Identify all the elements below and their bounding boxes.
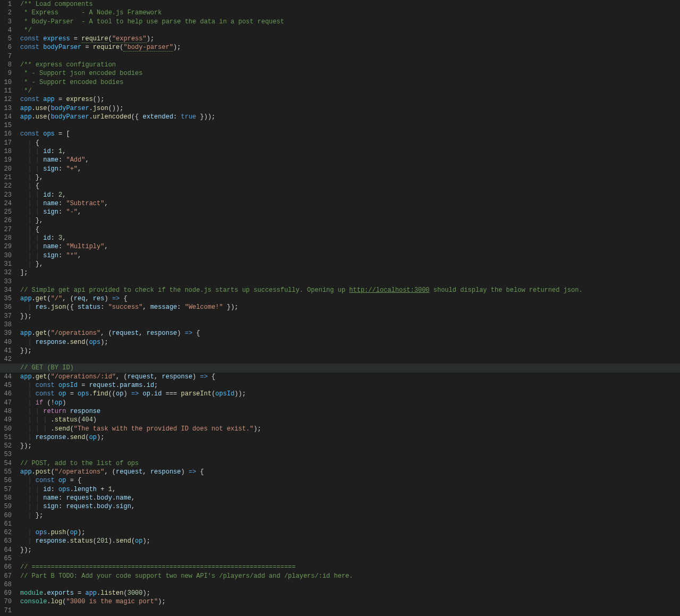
line-number: 54 <box>0 459 12 468</box>
code-line[interactable] <box>20 554 680 563</box>
code-line[interactable] <box>20 580 680 589</box>
code-line[interactable]: /** Load components <box>20 0 680 9</box>
code-line[interactable]: | | sign: "-", <box>20 208 680 216</box>
code-line[interactable]: | res.json({ status: "success", message:… <box>20 303 680 311</box>
line-number: 30 <box>0 251 12 260</box>
code-line[interactable]: app.use(bodyParser.urlencoded({ extended… <box>20 113 680 121</box>
code-line[interactable]: | { <box>20 182 680 190</box>
code-line[interactable]: | | sign: "*", <box>20 251 680 260</box>
code-line[interactable]: | | sign: request.body.sign, <box>20 502 680 511</box>
line-number: 36 <box>0 303 12 311</box>
line-number: 47 <box>0 399 12 407</box>
line-number: 8 <box>0 61 12 69</box>
code-line[interactable]: | }, <box>20 260 680 268</box>
code-line[interactable]: | const op = { <box>20 476 680 485</box>
code-line[interactable]: | response.send(ops); <box>20 338 680 347</box>
code-line[interactable]: | if (!op) <box>20 399 680 407</box>
code-line[interactable]: | const opsId = request.params.id; <box>20 381 680 390</box>
code-line[interactable]: | response.send(op); <box>20 433 680 442</box>
code-line[interactable]: module.exports = app.listen(3000); <box>20 589 680 597</box>
code-line[interactable]: // Simple get api provided to check if t… <box>20 286 680 294</box>
code-line[interactable]: | | | .status(404) <box>20 416 680 424</box>
line-number: 68 <box>0 580 12 589</box>
code-line[interactable]: app.post("/operations", (request, respon… <box>20 468 680 476</box>
line-number: 26 <box>0 216 12 225</box>
code-line[interactable]: }); <box>20 442 680 450</box>
code-line[interactable]: console.log("3000 is the magic port"); <box>20 597 680 606</box>
code-line[interactable] <box>20 277 680 286</box>
code-line[interactable] <box>20 320 680 329</box>
line-number: 66 <box>0 563 12 571</box>
code-line[interactable]: | | return response <box>20 407 680 416</box>
code-line[interactable]: | | id: 2, <box>20 191 680 199</box>
code-line[interactable]: * - Support encoded bodies <box>20 78 680 87</box>
code-line[interactable]: | | name: "Multiply", <box>20 242 680 251</box>
line-number: 32 <box>0 268 12 277</box>
code-line[interactable] <box>20 450 680 459</box>
code-line[interactable]: // POST, add to the list of ops <box>20 459 680 468</box>
code-line[interactable]: | }, <box>20 216 680 225</box>
line-number: 40 <box>0 338 12 347</box>
code-line[interactable]: | const op = ops.find((op) => op.id === … <box>20 390 680 398</box>
code-line[interactable]: }); <box>20 312 680 320</box>
code-line[interactable]: | }; <box>20 511 680 520</box>
line-number: 25 <box>0 208 12 216</box>
line-number: 27 <box>0 225 12 234</box>
line-number: 60 <box>0 511 12 520</box>
code-line[interactable]: | ops.push(op); <box>20 528 680 537</box>
line-number: 2 <box>0 9 12 17</box>
line-number: 9 <box>0 69 12 78</box>
code-line[interactable]: const express = require("express"); <box>20 35 680 43</box>
code-line[interactable] <box>20 606 680 615</box>
code-line[interactable]: app.get("/operations/:id", (request, res… <box>20 373 680 381</box>
code-line[interactable]: app.get("/", (req, res) => { <box>20 294 680 303</box>
code-line[interactable]: | | | .send("The task with the provided … <box>20 425 680 433</box>
line-number: 3 <box>0 18 12 26</box>
code-line[interactable]: // GET (BY ID) <box>20 364 680 372</box>
code-line[interactable]: * Express - A Node.js Framework <box>20 9 680 17</box>
code-line[interactable]: */ <box>20 26 680 35</box>
code-line[interactable]: | response.status(201).send(op); <box>20 537 680 545</box>
line-number: 39 <box>0 329 12 337</box>
code-line[interactable]: ]; <box>20 268 680 277</box>
code-line[interactable]: */ <box>20 87 680 95</box>
line-number: 14 <box>0 113 12 121</box>
code-line[interactable]: const bodyParser = require("body-parser"… <box>20 43 680 52</box>
code-line[interactable]: | { <box>20 225 680 234</box>
code-line[interactable]: const app = express(); <box>20 95 680 104</box>
line-number: 35 <box>0 294 12 303</box>
code-line[interactable]: * Body-Parser - A tool to help use parse… <box>20 18 680 26</box>
code-line[interactable]: * - Support json encoded bodies <box>20 69 680 78</box>
line-number: 20 <box>0 165 12 173</box>
code-line[interactable]: | | name: "Add", <box>20 156 680 164</box>
line-number: 29 <box>0 242 12 251</box>
code-line[interactable]: | | name: "Subtract", <box>20 199 680 208</box>
code-line[interactable]: app.get("/operations", (request, respons… <box>20 329 680 337</box>
code-line[interactable]: // Part B TODO: Add your code support tw… <box>20 572 680 580</box>
code-line[interactable]: | | id: ops.length + 1, <box>20 485 680 494</box>
code-line[interactable]: const ops = [ <box>20 130 680 138</box>
code-line[interactable]: | { <box>20 139 680 147</box>
code-line[interactable]: /** express configuration <box>20 61 680 69</box>
code-line[interactable]: }); <box>20 347 680 355</box>
line-number: 64 <box>0 546 12 554</box>
code-line[interactable]: // =====================================… <box>20 563 680 571</box>
code-line[interactable]: app.use(bodyParser.json()); <box>20 104 680 113</box>
code-content[interactable]: /** Load components * Express - A Node.j… <box>15 0 680 615</box>
line-number: 58 <box>0 494 12 502</box>
code-line[interactable] <box>20 520 680 528</box>
code-line[interactable]: }); <box>20 546 680 554</box>
line-number: 17 <box>0 139 12 147</box>
code-line[interactable] <box>20 121 680 130</box>
code-line[interactable] <box>20 52 680 61</box>
code-line[interactable]: | | name: request.body.name, <box>20 494 680 502</box>
code-line[interactable]: | | id: 1, <box>20 147 680 156</box>
code-line[interactable]: | | id: 3, <box>20 234 680 242</box>
code-editor[interactable]: 1234567891011121314151617181920212223242… <box>0 0 680 615</box>
line-number: 24 <box>0 199 12 208</box>
code-line[interactable]: | }, <box>20 173 680 182</box>
line-number: 57 <box>0 485 12 494</box>
code-line[interactable]: | | sign: "+", <box>20 165 680 173</box>
code-line[interactable] <box>20 355 680 364</box>
line-number: 48 <box>0 407 12 416</box>
